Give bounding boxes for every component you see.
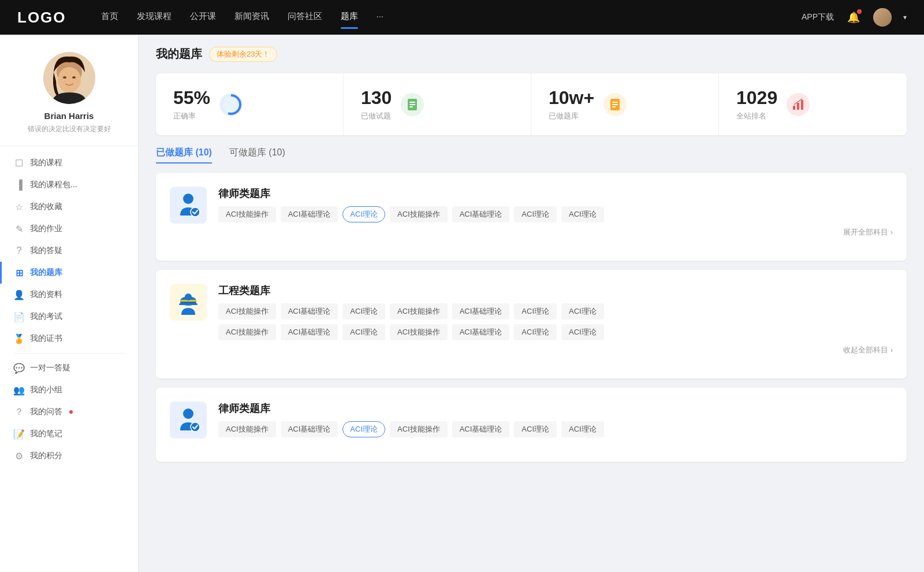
menu-label: 我的笔记 bbox=[30, 429, 62, 439]
page-title: 我的题库 bbox=[156, 46, 202, 62]
sidebar-item-materials[interactable]: 👤 我的资料 bbox=[0, 284, 138, 306]
svg-point-3 bbox=[63, 76, 66, 79]
sidebar-item-certificate[interactable]: 🏅 我的证书 bbox=[0, 328, 138, 350]
tag[interactable]: ACI技能操作 bbox=[390, 324, 448, 340]
stat-value: 10w+ bbox=[549, 87, 594, 109]
svg-rect-10 bbox=[612, 102, 618, 103]
logo: LOGO bbox=[17, 9, 66, 27]
collapse-link[interactable]: 收起全部科目 › bbox=[218, 345, 893, 355]
svg-rect-15 bbox=[801, 100, 803, 110]
expand-link[interactable]: 展开全部科目 › bbox=[218, 227, 893, 237]
tag[interactable]: ACI基础理论 bbox=[452, 303, 510, 320]
tag[interactable]: ACI技能操作 bbox=[218, 206, 276, 222]
top-navigation: LOGO 首页 发现课程 公开课 新闻资讯 问答社区 题库 ··· APP下载 … bbox=[0, 0, 924, 35]
tab-todo-banks[interactable]: 可做题库 (10) bbox=[229, 147, 285, 164]
menu-label: 一对一答疑 bbox=[30, 363, 70, 373]
tab-done-banks[interactable]: 已做题库 (10) bbox=[156, 147, 212, 164]
stats-row: 55% 正确率 130 已做试题 bbox=[156, 73, 907, 135]
notification-dot bbox=[69, 410, 73, 414]
tag[interactable]: ACI理论 bbox=[514, 303, 557, 320]
sidebar-item-one-on-one[interactable]: 💬 一对一答疑 bbox=[0, 357, 138, 379]
nav-more[interactable]: ··· bbox=[377, 11, 384, 24]
nav-qa[interactable]: 问答社区 bbox=[288, 11, 322, 24]
tag[interactable]: ACI技能操作 bbox=[390, 303, 448, 320]
tag[interactable]: ACI理论 bbox=[514, 324, 557, 340]
avatar-image bbox=[43, 52, 95, 104]
sidebar-item-group[interactable]: 👥 我的小组 bbox=[0, 379, 138, 401]
chat-icon: 💬 bbox=[14, 363, 24, 373]
tag[interactable]: ACI基础理论 bbox=[452, 324, 510, 340]
question-circle-icon: ? bbox=[14, 246, 24, 256]
menu-label: 我的作业 bbox=[30, 224, 62, 234]
stat-rank: 1029 全站排名 bbox=[719, 73, 907, 135]
nav-news[interactable]: 新闻资讯 bbox=[234, 11, 269, 24]
tabs-row: 已做题库 (10) 可做题库 (10) bbox=[156, 147, 907, 164]
tag-highlighted[interactable]: ACI理论 bbox=[342, 421, 385, 437]
menu-label: 我的资料 bbox=[30, 289, 62, 300]
tag[interactable]: ACI理论 bbox=[342, 303, 385, 320]
nav-qbank[interactable]: 题库 bbox=[341, 11, 358, 24]
qbank-icon-lawyer bbox=[170, 187, 207, 224]
sidebar-menu: ☐ 我的课程 ▐ 我的课程包... ☆ 我的收藏 ✎ 我的作业 ? 我的答疑 ⊞… bbox=[0, 146, 138, 473]
qbank-title: 工程类题库 bbox=[218, 284, 893, 298]
tag[interactable]: ACI基础理论 bbox=[281, 303, 338, 320]
sidebar-item-course-pack[interactable]: ▐ 我的课程包... bbox=[0, 174, 138, 196]
sidebar-item-favorites[interactable]: ☆ 我的收藏 bbox=[0, 196, 138, 218]
nav-opencourse[interactable]: 公开课 bbox=[190, 11, 216, 24]
menu-label: 我的课程 bbox=[30, 158, 62, 168]
menu-label: 我的收藏 bbox=[30, 202, 62, 212]
tag-highlighted[interactable]: ACI理论 bbox=[342, 206, 385, 222]
menu-divider bbox=[14, 353, 124, 354]
edit-icon: ✎ bbox=[14, 224, 24, 234]
sidebar-item-qa[interactable]: ? 我的答疑 bbox=[0, 240, 138, 262]
doc-green-icon bbox=[401, 93, 424, 116]
tags-row-1: ACI技能操作 ACI基础理论 ACI理论 ACI技能操作 ACI基础理论 AC… bbox=[218, 303, 893, 320]
tag[interactable]: ACI基础理论 bbox=[452, 421, 510, 437]
coin-icon: ⚙ bbox=[14, 451, 24, 461]
notification-bell-icon[interactable] bbox=[845, 9, 862, 25]
nav-discover[interactable]: 发现课程 bbox=[137, 11, 172, 24]
tag[interactable]: ACI基础理论 bbox=[452, 206, 510, 222]
sidebar-item-my-qa[interactable]: ？ 我的问答 bbox=[0, 401, 138, 423]
tag[interactable]: ACI理论 bbox=[561, 324, 604, 340]
trial-badge: 体验剩余23天！ bbox=[209, 47, 277, 62]
tags-row: ACI技能操作 ACI基础理论 ACI理论 ACI技能操作 ACI基础理论 AC… bbox=[218, 206, 893, 222]
user-menu-chevron-icon[interactable]: ▾ bbox=[903, 13, 907, 21]
sidebar-item-homework[interactable]: ✎ 我的作业 bbox=[0, 218, 138, 240]
tag[interactable]: ACI技能操作 bbox=[218, 324, 276, 340]
menu-label: 我的课程包... bbox=[30, 180, 77, 190]
svg-rect-11 bbox=[612, 104, 618, 105]
pie-chart-icon bbox=[219, 93, 243, 116]
tag[interactable]: ACI技能操作 bbox=[218, 303, 276, 320]
bar-red-icon bbox=[787, 93, 810, 116]
sidebar-item-notes[interactable]: 📝 我的笔记 bbox=[0, 423, 138, 445]
tag[interactable]: ACI理论 bbox=[561, 206, 604, 222]
grid-icon: ⊞ bbox=[14, 268, 24, 278]
user-avatar-nav[interactable] bbox=[873, 8, 892, 27]
tag[interactable]: ACI理论 bbox=[514, 421, 557, 437]
sidebar-item-points[interactable]: ⚙ 我的积分 bbox=[0, 445, 138, 467]
tag[interactable]: ACI技能操作 bbox=[390, 206, 448, 222]
tag[interactable]: ACI理论 bbox=[561, 303, 604, 320]
tag[interactable]: ACI技能操作 bbox=[390, 421, 448, 437]
sidebar-item-my-course[interactable]: ☐ 我的课程 bbox=[0, 152, 138, 174]
svg-rect-6 bbox=[409, 102, 415, 103]
nav-home[interactable]: 首页 bbox=[101, 11, 118, 24]
app-download-button[interactable]: APP下载 bbox=[802, 12, 834, 23]
svg-point-25 bbox=[191, 422, 200, 432]
certificate-icon: 🏅 bbox=[14, 333, 24, 344]
tag[interactable]: ACI基础理论 bbox=[281, 421, 338, 437]
qbank-card-lawyer-1: 律师类题库 ACI技能操作 ACI基础理论 ACI理论 ACI技能操作 ACI基… bbox=[156, 173, 907, 261]
sidebar-item-qbank[interactable]: ⊞ 我的题库 bbox=[0, 262, 138, 284]
svg-point-24 bbox=[183, 408, 193, 419]
tag[interactable]: ACI基础理论 bbox=[281, 206, 338, 222]
menu-label: 我的积分 bbox=[30, 451, 62, 461]
sidebar-item-exam[interactable]: 📄 我的考试 bbox=[0, 306, 138, 328]
tag[interactable]: ACI理论 bbox=[342, 324, 385, 340]
tag[interactable]: ACI理论 bbox=[514, 206, 557, 222]
tag[interactable]: ACI理论 bbox=[561, 421, 604, 437]
tag[interactable]: ACI基础理论 bbox=[281, 324, 338, 340]
menu-label: 我的小组 bbox=[30, 385, 62, 395]
lawyer-svg bbox=[174, 191, 202, 219]
tag[interactable]: ACI技能操作 bbox=[218, 421, 276, 437]
